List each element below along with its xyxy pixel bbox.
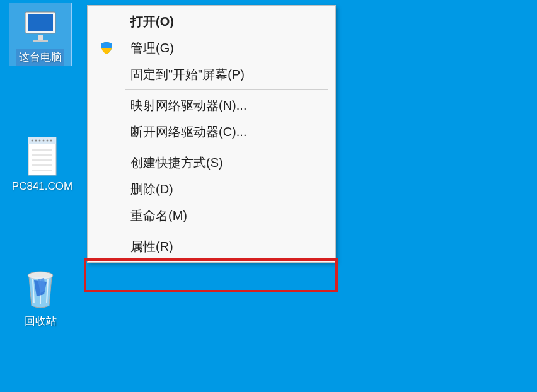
- desktop-icon-label: 回收站: [22, 313, 59, 330]
- menu-item-open[interactable]: 打开(O): [89, 8, 334, 35]
- menu-item-disconnect-drive[interactable]: 断开网络驱动器(C)...: [89, 118, 334, 145]
- menu-item-label: 打开(O): [119, 13, 174, 30]
- shield-icon: [94, 40, 119, 55]
- menu-item-pin-start[interactable]: 固定到"开始"屏幕(P): [89, 61, 334, 88]
- menu-separator: [125, 89, 328, 90]
- svg-rect-1: [28, 14, 53, 31]
- menu-item-label: 管理(G): [119, 40, 174, 57]
- context-menu: 打开(O) 管理(G) 固定到"开始"屏幕(P) 映射网络驱动器(N)... 断…: [87, 5, 336, 263]
- menu-item-label: 重命名(M): [119, 207, 187, 224]
- desktop-icon-label: 这台电脑: [16, 49, 64, 66]
- svg-point-8: [39, 140, 41, 142]
- textfile-icon: [22, 136, 62, 176]
- svg-rect-2: [38, 35, 43, 40]
- menu-item-label: 断开网络驱动器(C)...: [119, 124, 246, 141]
- menu-item-label: 属性(R): [119, 238, 173, 255]
- recyclebin-icon: [20, 270, 61, 310]
- menu-item-label: 创建快捷方式(S): [119, 154, 223, 171]
- menu-item-rename[interactable]: 重命名(M): [89, 202, 334, 229]
- desktop-icon-recyclebin[interactable]: 回收站: [9, 267, 72, 330]
- svg-point-9: [43, 140, 45, 142]
- menu-item-properties[interactable]: 属性(R): [89, 233, 334, 260]
- svg-point-7: [35, 140, 37, 142]
- menu-separator: [125, 147, 328, 147]
- svg-rect-3: [33, 40, 48, 42]
- desktop-icon-label: PC841.COM: [9, 179, 75, 194]
- desktop-icon-textfile[interactable]: PC841.COM: [4, 134, 80, 194]
- svg-point-10: [47, 140, 49, 142]
- computer-icon: [20, 6, 61, 46]
- svg-point-11: [50, 140, 52, 142]
- menu-item-label: 固定到"开始"屏幕(P): [119, 66, 245, 83]
- highlight-annotation: [84, 258, 338, 292]
- menu-item-label: 删除(D): [119, 181, 173, 198]
- desktop-icon-computer[interactable]: 这台电脑: [9, 3, 72, 66]
- menu-separator: [125, 231, 328, 231]
- menu-item-map-drive[interactable]: 映射网络驱动器(N)...: [89, 92, 334, 118]
- menu-item-create-shortcut[interactable]: 创建快捷方式(S): [89, 149, 334, 176]
- menu-item-manage[interactable]: 管理(G): [89, 35, 334, 61]
- svg-point-6: [32, 140, 33, 142]
- menu-item-label: 映射网络驱动器(N)...: [119, 97, 246, 114]
- menu-item-delete[interactable]: 删除(D): [89, 176, 334, 202]
